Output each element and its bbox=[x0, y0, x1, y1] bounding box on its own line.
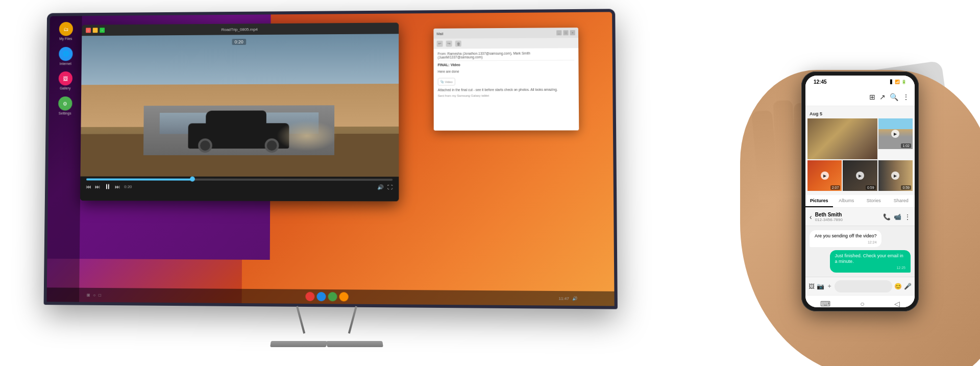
tv-stand bbox=[276, 306, 378, 347]
photo-thumb-large[interactable] bbox=[807, 118, 877, 159]
main-scene: 🗂 My Files 🌐 Internet bbox=[0, 0, 980, 366]
tab-shared[interactable]: Shared bbox=[888, 195, 915, 207]
email-subject: FINAL: Video bbox=[438, 62, 575, 66]
dust-cloud bbox=[276, 120, 337, 151]
tv-bottom-icon2[interactable]: ○ bbox=[93, 292, 95, 297]
photo-thumb-3[interactable]: 0:59 ▶ bbox=[843, 160, 877, 191]
gallery-tabs: Pictures Albums Stories Shared bbox=[805, 195, 915, 208]
received-message-text: Are you sending off the video? bbox=[815, 233, 876, 239]
back-nav-icon[interactable]: ◁ bbox=[894, 300, 900, 307]
progress-bar[interactable] bbox=[86, 179, 393, 181]
taskbar-label-internet: Internet bbox=[60, 62, 71, 66]
tv-dot-red[interactable] bbox=[306, 292, 315, 301]
play-overlay-3: ▶ bbox=[856, 172, 864, 180]
tab-stories[interactable]: Stories bbox=[860, 195, 888, 207]
photo-grid-2: 2:07 ▶ 0:59 ▶ 0:59 ▶ bbox=[807, 160, 913, 191]
taskbar-item-files[interactable]: 🗂 My Files bbox=[53, 20, 78, 43]
camera-input-icon[interactable]: 📷 bbox=[817, 283, 824, 290]
layout-icon[interactable]: ⊞ bbox=[869, 93, 875, 101]
taskbar-item-settings[interactable]: ⚙ Settings bbox=[53, 94, 78, 117]
status-time: 12:45 bbox=[814, 79, 827, 85]
sticker-input-icon[interactable]: 😊 bbox=[894, 283, 902, 290]
voice-input-icon[interactable]: 🎤 bbox=[904, 283, 912, 290]
photo-duration-4: 0:59 bbox=[901, 185, 911, 190]
add-input-icon[interactable]: ＋ bbox=[826, 282, 832, 290]
play-pause-button[interactable]: ⏸ bbox=[104, 182, 111, 190]
maximize-button[interactable]: + bbox=[100, 28, 105, 33]
email-minimize-btn[interactable]: _ bbox=[556, 30, 561, 35]
email-attachment: 📎 Video bbox=[438, 78, 455, 86]
settings-icon: ⚙ bbox=[58, 96, 72, 111]
minimize-button[interactable]: − bbox=[93, 28, 98, 33]
rewind-button[interactable]: ⏮ bbox=[86, 184, 91, 189]
more-icon[interactable]: ⋮ bbox=[902, 93, 910, 101]
controls-spacer bbox=[136, 186, 373, 187]
photo-column-right: 1:02 ▶ bbox=[878, 118, 913, 159]
video-timestamp: 0:20 bbox=[232, 39, 246, 45]
email-forward-icon[interactable]: ↪ bbox=[446, 41, 452, 47]
tab-albums[interactable]: Albums bbox=[833, 195, 861, 207]
tv-dot-orange[interactable] bbox=[339, 292, 349, 301]
tv-volume-icon[interactable]: 🔊 bbox=[572, 296, 577, 301]
taskbar-item-gallery[interactable]: 🖼 Gallery bbox=[53, 69, 78, 92]
call-icon[interactable]: 📞 bbox=[883, 213, 891, 221]
search-icon[interactable]: 🔍 bbox=[890, 93, 898, 101]
contact-name: Beth Smith bbox=[815, 212, 880, 217]
volume-icon[interactable]: 🔊 bbox=[377, 184, 383, 190]
battery-icon: 🔋 bbox=[901, 80, 906, 84]
email-maximize-btn[interactable]: □ bbox=[563, 30, 568, 35]
video-call-icon[interactable]: 📹 bbox=[894, 213, 901, 221]
message-sent: Just finished. Check your email in a min… bbox=[830, 250, 911, 273]
photo-duration-3: 0:59 bbox=[866, 185, 876, 190]
photo-thumb-1[interactable]: 1:02 ▶ bbox=[878, 118, 913, 149]
taskbar-item-internet[interactable]: 🌐 Internet bbox=[53, 45, 78, 68]
email-body: From: Ramesha (Jonathon.1337@samsung.com… bbox=[433, 48, 579, 131]
photo-duration-1: 1:02 bbox=[901, 143, 911, 148]
stand-base-left bbox=[270, 341, 327, 347]
email-toolbar: ↩ ↪ 🗑 bbox=[433, 38, 578, 49]
email-delete-icon[interactable]: 🗑 bbox=[455, 40, 461, 46]
tv-container: 🗂 My Files 🌐 Internet bbox=[26, 10, 628, 357]
message-input-field[interactable] bbox=[835, 280, 892, 292]
play-overlay-2: ▶ bbox=[821, 172, 829, 180]
message-input-bar: 🖼 📷 ＋ 😊 🎤 bbox=[805, 277, 915, 295]
tv-dot-blue[interactable] bbox=[317, 292, 326, 301]
prev-button[interactable]: ⏭ bbox=[95, 184, 100, 189]
tab-pictures[interactable]: Pictures bbox=[805, 195, 833, 207]
sent-message-text: Just finished. Check your email in a min… bbox=[835, 253, 905, 265]
progress-thumb[interactable] bbox=[190, 177, 195, 182]
taskbar-label-files: My Files bbox=[59, 37, 72, 41]
photo-duration-2: 2:07 bbox=[830, 185, 841, 190]
tv-dot-green[interactable] bbox=[328, 292, 337, 301]
home-nav-icon[interactable]: ○ bbox=[860, 300, 864, 307]
keyboard-nav-icon[interactable]: ⌨ bbox=[820, 300, 830, 307]
wifi-icon: 📶 bbox=[895, 80, 900, 84]
photo-thumb-4[interactable]: 0:59 ▶ bbox=[878, 160, 913, 191]
phone-screen: 12:45 ▋ 📶 🔋 ⊞ ↗ 🔍 ⋮ bbox=[805, 76, 915, 307]
more-options-icon[interactable]: ⋮ bbox=[904, 213, 911, 221]
email-send-from: Sent from my Samsung Galaxy tablet bbox=[438, 94, 575, 97]
image-input-icon[interactable]: 🖼 bbox=[808, 283, 815, 290]
share-icon[interactable]: ↗ bbox=[879, 93, 886, 101]
files-icon: 🗂 bbox=[59, 22, 72, 36]
photo-thumb-2[interactable]: 2:07 ▶ bbox=[807, 160, 842, 191]
video-player-window: × − + RoadTrip_0805.mp4 bbox=[80, 22, 399, 201]
close-button[interactable]: × bbox=[86, 28, 91, 33]
phone-status-bar: 12:45 ▋ 📶 🔋 bbox=[805, 76, 915, 88]
internet-icon: 🌐 bbox=[59, 47, 72, 61]
gallery-date: Aug 5 bbox=[807, 110, 913, 118]
tv-bottom-icon3[interactable]: □ bbox=[99, 292, 101, 297]
fullscreen-icon[interactable]: ⛶ bbox=[387, 184, 393, 190]
email-close-btn[interactable]: × bbox=[570, 30, 575, 35]
back-button[interactable]: ‹ bbox=[810, 213, 812, 221]
tv-bottom-right: 11:47 🔊 bbox=[558, 296, 577, 301]
car-silhouette bbox=[188, 113, 289, 149]
photo-grid: 1:02 ▶ bbox=[807, 118, 913, 159]
email-reply-icon[interactable]: ↩ bbox=[436, 41, 443, 47]
tv-bottom-icon1[interactable]: ⊞ bbox=[87, 292, 90, 297]
next-button[interactable]: ⏭ bbox=[115, 184, 120, 189]
stand-neck-right bbox=[348, 306, 357, 333]
status-icons: ▋ 📶 🔋 bbox=[890, 80, 906, 84]
video-time: 0:20 bbox=[124, 184, 132, 189]
sent-message-time: 12:25 bbox=[835, 266, 905, 270]
